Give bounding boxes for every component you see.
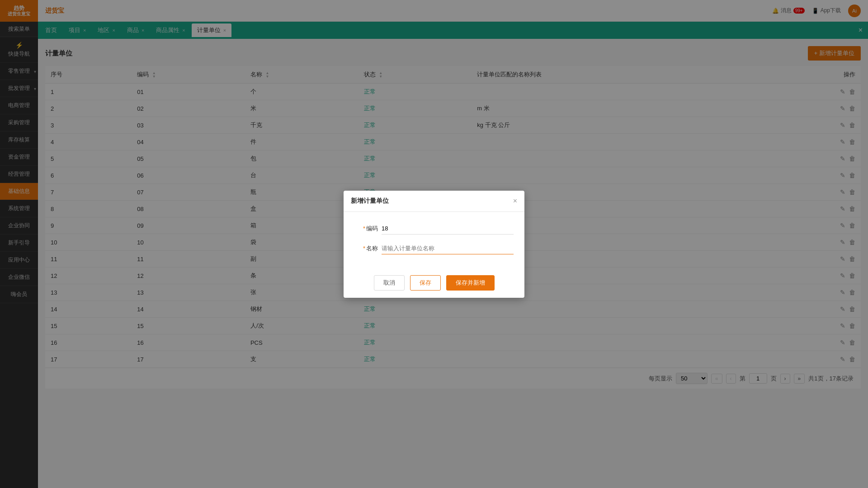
- name-input[interactable]: [382, 243, 514, 254]
- code-label: 编码: [354, 225, 382, 233]
- form-row-code: 编码: [354, 223, 514, 235]
- save-button[interactable]: 保存: [410, 275, 441, 291]
- modal-overlay: 新增计量单位 × 编码 名称 取消 保存 保存并新增: [0, 0, 868, 488]
- modal-footer: 取消 保存 保存并新增: [344, 270, 524, 298]
- modal-title: 新增计量单位: [351, 197, 389, 205]
- modal-close-btn[interactable]: ×: [513, 197, 517, 205]
- modal-body: 编码 名称: [344, 212, 524, 270]
- modal-dialog: 新增计量单位 × 编码 名称 取消 保存 保存并新增: [344, 191, 524, 298]
- form-row-name: 名称: [354, 243, 514, 254]
- modal-header: 新增计量单位 ×: [344, 191, 524, 212]
- cancel-button[interactable]: 取消: [374, 275, 405, 291]
- code-input[interactable]: [382, 223, 514, 235]
- name-label: 名称: [354, 244, 382, 253]
- save-new-button[interactable]: 保存并新增: [446, 275, 495, 291]
